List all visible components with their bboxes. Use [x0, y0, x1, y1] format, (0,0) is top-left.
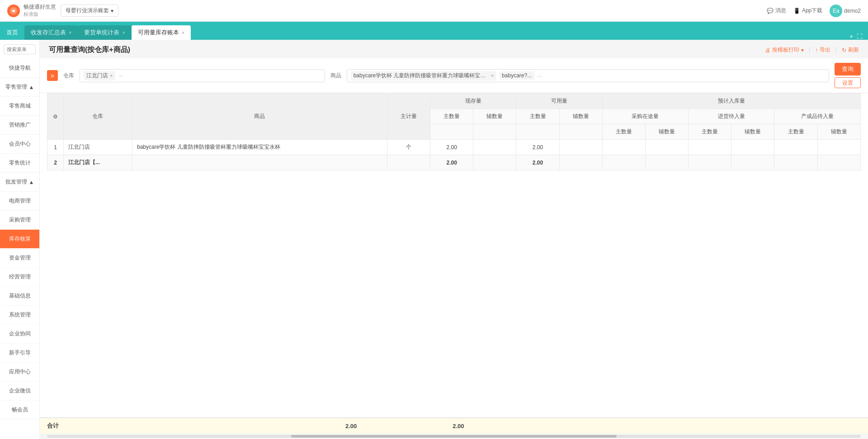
tab-order[interactable]: 要货单统计表 ×	[78, 25, 131, 40]
sidebar-item-zero-mall[interactable]: 零售商城	[0, 97, 39, 116]
row1-stock-aux	[473, 140, 516, 155]
setting-button[interactable]: 设置	[835, 77, 861, 88]
chevron-down-icon: ▾	[111, 8, 113, 14]
col-stock-aux: 辅数量	[473, 109, 516, 124]
sidebar-item-zero-retail[interactable]: 零售管理 ▲	[0, 78, 39, 97]
close-order-tab[interactable]: ×	[122, 30, 125, 35]
row2-pa	[645, 155, 688, 170]
product-tag-2[interactable]: babycare?...	[499, 71, 534, 80]
sidebar-item-member[interactable]: 会员中心	[0, 135, 39, 154]
app-center-label: 应用中心	[9, 368, 31, 376]
col-avail-aux: 辅数量	[559, 109, 602, 124]
col-aa-1	[559, 124, 602, 140]
row1-ia	[731, 140, 774, 155]
inventory-label: 库存核算	[9, 235, 31, 243]
wholesale-label: 批发管理	[5, 178, 27, 186]
product-tag-label: babycare学饮杯 儿童防摔防撞吸管杯重力球吸嘴杯宝宝水杯	[354, 72, 489, 80]
sidebar-item-enterprise[interactable]: 企业协同	[0, 325, 39, 344]
receivable-tab-label: 收发存汇总表	[31, 28, 66, 37]
col-pm-1: 主数量	[602, 124, 645, 140]
sidebar-item-marketing[interactable]: 营销推广	[0, 116, 39, 135]
sidebar-item-purchase[interactable]: 采购管理	[0, 211, 39, 230]
remove-warehouse-tag-icon[interactable]: ×	[110, 73, 113, 78]
warehouse-ellipsis: ···	[118, 72, 123, 79]
sidebar-item-new-guide[interactable]: 新手引导	[0, 344, 39, 363]
export-icon: ↑	[815, 47, 818, 53]
sidebar-item-finance[interactable]: 资金管理	[0, 249, 39, 268]
expand-window-icon[interactable]: ⛶	[857, 33, 863, 40]
col-main-unit: 主计量	[387, 94, 430, 140]
refresh-icon: ↻	[842, 47, 846, 53]
user-menu[interactable]: Ea demo2	[830, 5, 861, 17]
row2-stock-aux	[473, 155, 516, 170]
sidebar-item-ecommerce[interactable]: 电商管理	[0, 192, 39, 211]
col-incoming-pending: 进货待入量	[689, 109, 774, 124]
tab-home[interactable]: 首页	[0, 25, 24, 40]
col-im-1: 主数量	[689, 124, 731, 140]
warehouse-tag-label: 江北门店	[86, 72, 108, 80]
main-layout: 快捷导航 零售管理 ▲ 零售商城 营销推广 会员中心 零售统计 批发管理 ▲ 电…	[0, 40, 868, 439]
message-button[interactable]: 💬 消息	[767, 7, 786, 14]
sidebar-item-wholesale[interactable]: 批发管理 ▲	[0, 173, 39, 192]
app-name: 畅捷通好生意	[24, 4, 56, 11]
member-label: 会员中心	[9, 140, 31, 148]
print-button[interactable]: 🖨 按模板打印 ▾	[765, 46, 804, 54]
sidebar-item-basic[interactable]: 基础信息	[0, 287, 39, 306]
close-available-tab[interactable]: ×	[182, 30, 184, 35]
export-button[interactable]: ↑ 导出	[815, 46, 830, 54]
header-divider	[809, 47, 810, 53]
nav-tab-actions: × ⛶	[844, 33, 868, 40]
filter-expand-button[interactable]: »	[47, 70, 58, 81]
avatar: Ea	[830, 5, 842, 17]
basic-label: 基础信息	[9, 292, 31, 300]
sidebar-item-app-center[interactable]: 应用中心	[0, 363, 39, 382]
scrollbar-thumb[interactable]	[291, 435, 617, 438]
top-bar-right: 💬 消息 📱 App下载 Ea demo2	[767, 5, 861, 17]
sidebar-item-enterprise-wx[interactable]: 企业微信	[0, 382, 39, 401]
available-tab-label: 可用量库存账本	[138, 28, 179, 37]
warehouse-filter-label: 仓库	[63, 72, 74, 80]
sidebar-item-inventory[interactable]: 库存核算	[0, 230, 39, 249]
remove-product-tag-icon[interactable]: ×	[491, 73, 494, 78]
row1-im	[689, 140, 731, 155]
product-tag-1[interactable]: babycare学饮杯 儿童防摔防撞吸管杯重力球吸嘴杯宝宝水杯 ×	[351, 71, 496, 80]
settings-icon[interactable]: ⚙	[53, 113, 58, 120]
warehouse-tags-input[interactable]: 江北门店 × ···	[80, 69, 325, 82]
close-all-tabs-icon[interactable]: ×	[849, 33, 853, 40]
page-header: 可用量查询(按仓库+商品) 🖨 按模板打印 ▾ ↑ 导出 ↻ 刷新	[40, 40, 868, 58]
col-stock-main: 主数量	[430, 109, 473, 124]
page-header-actions: 🖨 按模板打印 ▾ ↑ 导出 ↻ 刷新	[765, 46, 859, 54]
search-input[interactable]	[4, 44, 36, 54]
zero-mall-label: 零售商城	[9, 102, 31, 110]
table-footer: 合计 2.00 2.00	[40, 417, 868, 434]
row2-pm	[602, 155, 645, 170]
row1-pa	[645, 140, 688, 155]
horizontal-scrollbar[interactable]	[40, 434, 868, 439]
warehouse-tag-1[interactable]: 江北门店 ×	[84, 71, 115, 80]
sidebar-item-member2[interactable]: 畅会员	[0, 401, 39, 420]
sidebar-item-system[interactable]: 系统管理	[0, 306, 39, 325]
row2-product	[132, 155, 387, 170]
close-receivable-tab[interactable]: ×	[69, 30, 71, 35]
industry-label: 母婴行业演示账套	[66, 7, 109, 14]
row1-warehouse: 江北门店	[64, 140, 132, 155]
tab-receivable[interactable]: 收发存汇总表 ×	[24, 25, 78, 40]
sidebar-item-operations[interactable]: 经营管理	[0, 268, 39, 287]
print-icon: 🖨	[765, 47, 770, 53]
product-tags-input[interactable]: babycare学饮杯 儿童防摔防撞吸管杯重力球吸嘴杯宝宝水杯 × babyca…	[347, 69, 829, 82]
row2-index: 2	[47, 155, 64, 170]
query-button[interactable]: 查询	[835, 63, 861, 76]
industry-selector[interactable]: 母婴行业演示账套 ▾	[61, 5, 118, 17]
sidebar-item-quick-nav[interactable]: 快捷导航	[0, 59, 39, 78]
header-divider2	[836, 47, 836, 53]
sidebar-item-zero-stats[interactable]: 零售统计	[0, 154, 39, 173]
col-avail-main: 主数量	[516, 109, 559, 124]
refresh-button[interactable]: ↻ 刷新	[842, 46, 859, 54]
sidebar: 快捷导航 零售管理 ▲ 零售商城 营销推广 会员中心 零售统计 批发管理 ▲ 电…	[0, 40, 40, 439]
col-purchase-transit: 采购在途量	[602, 109, 688, 124]
app-download-button[interactable]: 📱 App下载	[793, 7, 822, 14]
data-table: ⚙ 仓库 商品 主计量 现存量 可用量 预计入库量 主数量 辅数量 主数量 辅数…	[47, 93, 861, 170]
top-bar: 畅捷通好生意 标准版 母婴行业演示账套 ▾ 💬 消息 📱 App下载 Ea de…	[0, 0, 868, 22]
tab-available[interactable]: 可用量库存账本 ×	[132, 25, 191, 40]
row2-unit	[387, 155, 430, 170]
